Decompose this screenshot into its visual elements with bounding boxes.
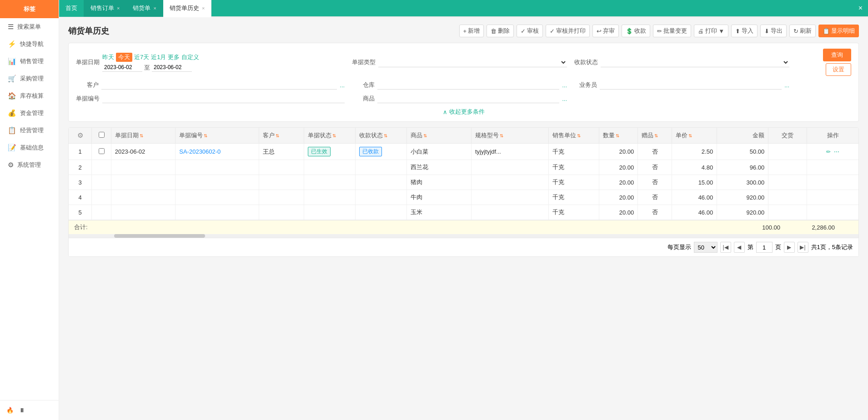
tab-sales-order[interactable]: 销售订单 ×: [84, 0, 126, 17]
row-checkbox[interactable]: [92, 205, 111, 220]
collect-button[interactable]: 💲 收款: [622, 25, 650, 37]
row-code[interactable]: [176, 205, 259, 220]
main-table: ⚙ 单据日期 ⇅ 单据编号: [69, 128, 858, 220]
collapse-row[interactable]: ∧ 收起更多条件: [76, 108, 851, 116]
per-page-select[interactable]: 50 100: [694, 242, 717, 253]
query-button[interactable]: 查询: [823, 49, 851, 61]
refresh-button[interactable]: ↻ 刷新: [789, 25, 816, 37]
sidebar-item-finance[interactable]: 💰 资金管理: [0, 105, 59, 122]
date-to-input[interactable]: [152, 63, 192, 72]
tab-sales-goods-close[interactable]: ×: [153, 5, 156, 11]
customer-input[interactable]: [101, 80, 337, 90]
th-date[interactable]: 单据日期 ⇅: [111, 128, 175, 144]
th-goods[interactable]: 商品 ⇅: [407, 128, 471, 144]
row-checkbox[interactable]: [92, 190, 111, 205]
prev-page-button[interactable]: ◀: [734, 242, 745, 253]
scrollbar-thumb[interactable]: [114, 234, 205, 238]
date-from-input[interactable]: [102, 63, 142, 72]
sidebar-item-basic-info[interactable]: 📝 基础信息: [0, 139, 59, 156]
warehouse-input[interactable]: [377, 80, 559, 90]
export-button[interactable]: ⬇ 导出: [760, 25, 787, 37]
custom-shortcut[interactable]: 自定义: [181, 53, 199, 61]
next-page-button[interactable]: ▶: [784, 242, 795, 253]
customer-ellipsis[interactable]: ...: [340, 82, 345, 89]
sidebar-item-operation[interactable]: 📋 经营管理: [0, 122, 59, 139]
th-checkbox[interactable]: [92, 128, 111, 144]
print-button[interactable]: 🖨 打印 ▼: [694, 25, 728, 37]
delete-button[interactable]: 🗑 删除: [487, 25, 514, 37]
row-action[interactable]: [807, 175, 858, 190]
month-shortcut[interactable]: 近1月: [151, 53, 166, 61]
audit-print-button[interactable]: ✓ 审核并打印: [546, 25, 590, 37]
row-code[interactable]: [176, 175, 259, 190]
abandon-button[interactable]: ↩ 弃审: [592, 25, 619, 37]
row-action[interactable]: [807, 190, 858, 205]
th-code[interactable]: 单据编号 ⇅: [176, 128, 259, 144]
th-spec[interactable]: 规格型号 ⇅: [471, 128, 548, 144]
doc-code-link[interactable]: SA-20230602-0: [179, 148, 221, 155]
new-button[interactable]: + 新增: [459, 25, 484, 37]
th-customer[interactable]: 客户 ⇅: [259, 128, 304, 144]
show-detail-button[interactable]: 📋 显示明细: [818, 25, 859, 37]
sidebar-item-search-menu[interactable]: ☰ 搜索菜单: [0, 18, 59, 35]
docno-input[interactable]: [102, 94, 345, 103]
th-price[interactable]: 单价 ⇅: [672, 128, 717, 144]
type-select[interactable]: [378, 57, 567, 67]
th-doc-status[interactable]: 单据状态 ⇅: [304, 128, 356, 144]
week-shortcut[interactable]: 近7天: [134, 53, 149, 61]
more-action[interactable]: ⋯: [834, 149, 839, 155]
sidebar-item-sales-mgmt[interactable]: 📊 销售管理: [0, 53, 59, 70]
row-action[interactable]: [807, 205, 858, 220]
page-input[interactable]: [756, 242, 773, 253]
today-shortcut[interactable]: 今天: [116, 53, 132, 62]
th-qty[interactable]: 数量 ⇅: [599, 128, 638, 144]
edit-action[interactable]: ✏: [826, 149, 831, 155]
tab-sales-order-close[interactable]: ×: [117, 5, 120, 11]
tab-sales-history[interactable]: 销货单历史 ×: [163, 0, 211, 17]
pause-icon[interactable]: ⏸: [19, 407, 25, 414]
sidebar-item-purchase-mgmt[interactable]: 🛒 采购管理: [0, 70, 59, 87]
sidebar-bottom: 🔥 ⏸: [0, 400, 59, 420]
row-checkbox[interactable]: [92, 144, 111, 160]
row-code[interactable]: SA-20230602-0: [176, 144, 259, 160]
tab-home[interactable]: 首页: [59, 0, 84, 17]
th-settings[interactable]: ⚙: [69, 128, 92, 144]
tab-bar-close-all[interactable]: ×: [853, 4, 868, 12]
last-page-button[interactable]: ▶|: [798, 242, 808, 253]
goods-ellipsis[interactable]: ...: [562, 95, 567, 102]
row-code[interactable]: [176, 160, 259, 175]
yesterday-shortcut[interactable]: 昨天: [102, 53, 114, 61]
sidebar-item-inventory[interactable]: 🏠 库存核算: [0, 87, 59, 105]
th-trade[interactable]: 交货: [768, 128, 807, 144]
status-select[interactable]: [601, 57, 789, 67]
row-goods: 玉米: [407, 205, 471, 220]
audit-button[interactable]: ✓ 审核: [517, 25, 543, 37]
agent-input[interactable]: [600, 80, 782, 90]
row-code[interactable]: [176, 190, 259, 205]
row-checkbox[interactable]: [92, 175, 111, 190]
fire-icon[interactable]: 🔥: [6, 407, 14, 414]
first-page-button[interactable]: |◀: [720, 242, 731, 253]
row-checkbox[interactable]: [92, 160, 111, 175]
sidebar-item-quick-nav[interactable]: ⚡ 快捷导航: [0, 35, 59, 53]
table-settings-icon[interactable]: ⚙: [77, 131, 83, 139]
th-unit[interactable]: 销售单位 ⇅: [548, 128, 599, 144]
tab-sales-goods[interactable]: 销货单 ×: [126, 0, 163, 17]
row-action[interactable]: [807, 160, 858, 175]
date-shortcuts: 昨天 今天 近7天 近1月 更多 自定义: [102, 53, 345, 62]
th-recv-status[interactable]: 收款状态 ⇅: [356, 128, 407, 144]
more-shortcut[interactable]: 更多: [168, 53, 180, 61]
row-action[interactable]: ✏ ⋯: [807, 144, 858, 160]
th-amount[interactable]: 金额: [717, 128, 768, 144]
horizontal-scrollbar[interactable]: [69, 234, 858, 238]
sidebar-item-system[interactable]: ⚙ 系统管理: [0, 156, 59, 174]
import-button[interactable]: ⬆ 导入: [731, 25, 758, 37]
th-gift[interactable]: 赠品 ⇅: [638, 128, 672, 144]
tab-sales-history-close[interactable]: ×: [202, 5, 205, 11]
warehouse-ellipsis[interactable]: ...: [562, 82, 567, 89]
agent-ellipsis[interactable]: ...: [784, 82, 789, 89]
batch-change-button[interactable]: ✏ 批量变更: [653, 25, 691, 37]
set-button[interactable]: 设置: [826, 63, 851, 76]
select-all-checkbox[interactable]: [99, 132, 105, 138]
goods-input[interactable]: [377, 94, 559, 103]
